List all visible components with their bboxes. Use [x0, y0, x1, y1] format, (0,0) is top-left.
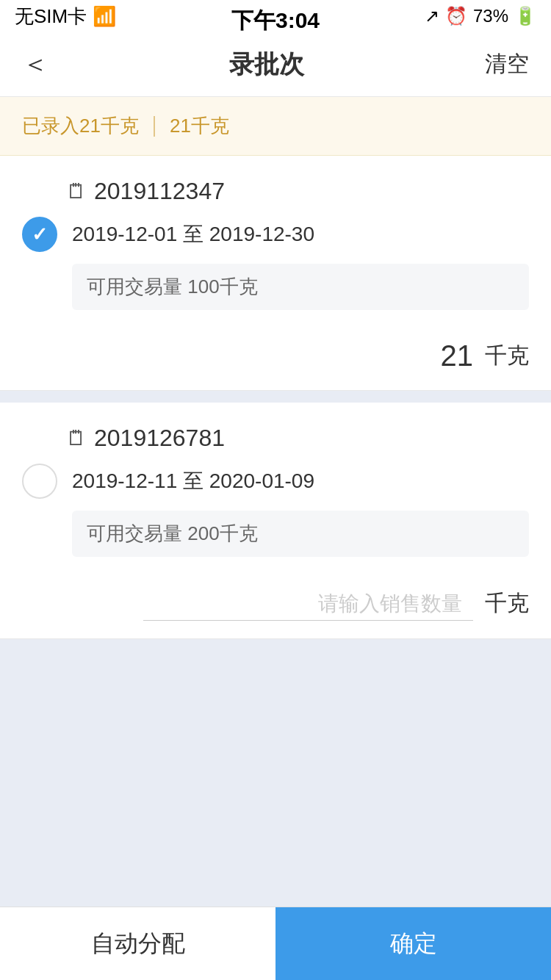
battery-text: 73%	[473, 6, 508, 26]
info-banner: 已录入21千克 21千克	[0, 97, 551, 156]
qty-row-2: 千克	[0, 572, 551, 639]
page-title: 录批次	[229, 48, 304, 82]
qty-row-1: 21 千克	[0, 325, 551, 391]
card-divider	[0, 391, 551, 403]
bottom-bar: 自动分配 确定	[0, 907, 551, 980]
batch-icon-1: 🗒	[66, 179, 87, 203]
batch-id-1: 2019112347	[94, 178, 225, 205]
batch-row-2: 2019-12-11 至 2020-01-09	[22, 464, 529, 499]
available-qty-2: 可用交易量 200千克	[72, 511, 529, 557]
recorded-label: 已录入21千克	[22, 113, 139, 139]
qty-unit-2: 千克	[485, 588, 529, 619]
total-label: 21千克	[170, 113, 229, 139]
auto-distribute-button[interactable]: 自动分配	[0, 907, 276, 980]
clear-button[interactable]: 清空	[485, 49, 529, 79]
batch-date-2: 2019-12-11 至 2020-01-09	[72, 467, 314, 495]
batch-header-1: 🗒 2019112347	[22, 178, 529, 205]
status-left: 无SIM卡 📶	[15, 4, 116, 29]
batch-id-2: 2019126781	[94, 425, 225, 452]
batch-date-1: 2019-12-01 至 2019-12-30	[72, 220, 314, 248]
confirm-button[interactable]: 确定	[276, 907, 551, 980]
radio-button-1[interactable]	[22, 217, 57, 252]
status-bar: 无SIM卡 📶 下午3:04 ↗ ⏰ 73% 🔋	[0, 0, 551, 32]
carrier-text: 无SIM卡	[15, 4, 87, 29]
qty-input-2[interactable]	[143, 586, 473, 621]
batch-card-2: 🗒 2019126781 2019-12-11 至 2020-01-09 可用交…	[0, 403, 551, 572]
alarm-icon: ⏰	[445, 6, 467, 26]
batch-card-1: 🗒 2019112347 2019-12-01 至 2019-12-30 可用交…	[0, 156, 551, 325]
batch-header-2: 🗒 2019126781	[22, 425, 529, 452]
qty-unit-1: 千克	[485, 341, 529, 371]
available-qty-1: 可用交易量 100千克	[72, 264, 529, 310]
status-time: 下午3:04	[231, 6, 320, 36]
content-area: 🗒 2019112347 2019-12-01 至 2019-12-30 可用交…	[0, 156, 551, 980]
battery-icon: 🔋	[514, 6, 536, 26]
status-right: ↗ ⏰ 73% 🔋	[425, 6, 536, 26]
qty-value-1: 21	[441, 339, 474, 372]
batch-row-1: 2019-12-01 至 2019-12-30	[22, 217, 529, 252]
back-button[interactable]: ＜	[22, 46, 48, 82]
wifi-icon: 📶	[93, 5, 116, 28]
radio-button-2[interactable]	[22, 464, 57, 499]
batch-icon-2: 🗒	[66, 426, 87, 450]
info-divider	[154, 116, 155, 137]
nav-bar: ＜ 录批次 清空	[0, 32, 551, 97]
location-icon: ↗	[425, 6, 439, 26]
